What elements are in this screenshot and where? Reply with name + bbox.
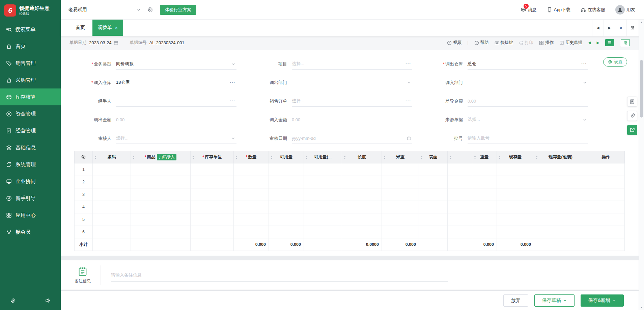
grid-cell[interactable] <box>342 188 382 201</box>
field-input-调出仓库[interactable]: 总仓··· <box>468 59 588 70</box>
sort-arrows[interactable] <box>192 156 194 159</box>
sort-arrows[interactable] <box>536 156 538 159</box>
operate-button[interactable]: 操作 <box>539 40 554 46</box>
settings-gear-icon[interactable] <box>147 7 153 12</box>
grid-cell[interactable] <box>534 163 587 176</box>
doc-date-value[interactable]: 2023-03-24 <box>89 40 112 45</box>
grid-cell[interactable] <box>448 176 472 188</box>
ellipsis-icon[interactable]: ··· <box>230 80 235 85</box>
sidebar-item-企业协同[interactable]: 企业协同 <box>0 173 61 190</box>
prev-doc-arrow[interactable]: ◀ <box>588 41 591 45</box>
field-input-批号[interactable]: 请输入批号 <box>468 133 588 144</box>
grid-cell[interactable] <box>342 213 382 226</box>
field-input-调入金额[interactable]: 0.00 <box>292 114 412 125</box>
grid-cell[interactable] <box>191 226 234 238</box>
remarks-input[interactable]: 请输入备注信息 <box>111 269 448 282</box>
field-input-调出金额[interactable]: 0.00 <box>116 114 236 125</box>
column-header-米重[interactable]: 米重 <box>382 151 419 163</box>
sort-arrows[interactable] <box>133 156 135 159</box>
grid-cell[interactable] <box>269 176 304 188</box>
sort-arrows[interactable] <box>235 156 237 159</box>
sort-arrows[interactable] <box>384 156 386 159</box>
grid-cell[interactable] <box>497 176 534 188</box>
grid-cell[interactable] <box>131 163 191 176</box>
column-header-数量[interactable]: *数量 <box>234 151 269 163</box>
grid-cell[interactable] <box>419 201 448 213</box>
grid-cell[interactable] <box>497 213 534 226</box>
grid-cell[interactable] <box>93 226 131 238</box>
grid-cell[interactable] <box>269 201 304 213</box>
ellipsis-icon[interactable]: ··· <box>405 61 411 67</box>
attachment-button[interactable] <box>627 111 637 121</box>
column-header-长度[interactable]: 长度 <box>342 151 382 163</box>
grid-cell[interactable] <box>131 201 191 213</box>
trial-plan-button[interactable]: 体验行业方案 <box>160 5 196 15</box>
sort-arrows[interactable] <box>306 156 308 159</box>
scroll-up-arrow[interactable]: ▲ <box>639 21 644 23</box>
sidebar-settings-icon[interactable] <box>10 298 16 303</box>
field-input-调出部门[interactable] <box>292 77 412 88</box>
help-button[interactable]: 帮助 <box>474 40 489 46</box>
grid-cell[interactable] <box>269 213 304 226</box>
scrollbar-thumb[interactable] <box>640 60 643 118</box>
sidebar-search[interactable]: 搜索菜单 <box>0 21 61 38</box>
grid-cell[interactable] <box>448 226 472 238</box>
grid-cell[interactable] <box>304 176 342 188</box>
tab-home[interactable]: 首页 <box>68 20 92 36</box>
list-view-toggle[interactable] <box>605 39 614 46</box>
column-header-可用量[interactable]: 可用量 <box>269 151 304 163</box>
grid-cell[interactable] <box>234 213 269 226</box>
grid-cell[interactable] <box>472 201 497 213</box>
grid-cell[interactable] <box>419 226 448 238</box>
column-header-blank[interactable] <box>448 151 472 163</box>
tabs-menu-button[interactable] <box>626 20 638 36</box>
column-header-条码[interactable]: 条码 <box>93 151 131 163</box>
save-draft-button[interactable]: 保存草稿 <box>534 294 575 307</box>
grid-cell[interactable] <box>269 163 304 176</box>
grid-cell[interactable] <box>191 201 234 213</box>
user-menu[interactable]: 用友 <box>615 5 635 15</box>
column-header-现存量(包装)[interactable]: 现存量(包装) <box>534 151 587 163</box>
grid-cell[interactable] <box>448 213 472 226</box>
sort-arrows[interactable] <box>499 156 501 159</box>
field-input-销售订单[interactable]: 选择...··· <box>292 96 412 107</box>
tabs-scroll-left-button[interactable]: ◀ <box>592 20 604 36</box>
grid-cell[interactable] <box>342 226 382 238</box>
field-input-审核人[interactable]: 选择... <box>116 133 236 144</box>
field-input-调入仓库[interactable]: 18仓库··· <box>116 77 236 88</box>
grid-cell[interactable] <box>419 163 448 176</box>
grid-cell[interactable] <box>304 188 342 201</box>
grid-cell[interactable] <box>472 163 497 176</box>
grid-cell[interactable] <box>382 226 419 238</box>
grid-cell[interactable] <box>191 176 234 188</box>
grid-cell[interactable] <box>382 188 419 201</box>
grid-cell[interactable] <box>534 176 587 188</box>
grid-cell[interactable] <box>497 163 534 176</box>
ellipsis-icon[interactable]: ··· <box>230 98 235 104</box>
speaker-icon[interactable] <box>45 298 51 303</box>
ellipsis-icon[interactable]: ··· <box>581 61 587 67</box>
account-select[interactable]: 老易试用 <box>68 7 141 13</box>
sort-arrows[interactable] <box>421 156 423 159</box>
grid-cell[interactable] <box>304 213 342 226</box>
sidebar-item-基础信息[interactable]: 基础信息 <box>0 139 61 156</box>
grid-cell[interactable] <box>342 163 382 176</box>
grid-cell[interactable] <box>131 213 191 226</box>
grid-cell[interactable] <box>382 213 419 226</box>
grid-cell[interactable] <box>93 188 131 201</box>
field-input-审核日期[interactable]: yyyy-mm-dd <box>292 133 412 144</box>
grid-cell[interactable] <box>234 201 269 213</box>
grid-cell[interactable] <box>497 201 534 213</box>
sort-arrows[interactable] <box>449 156 451 159</box>
sidebar-item-应用中心[interactable]: 应用中心 <box>0 207 61 224</box>
app-download-button[interactable]: App下载 <box>547 7 570 13</box>
grid-cell[interactable] <box>191 188 234 201</box>
sidebar-item-销售管理[interactable]: 销售管理 <box>0 55 61 72</box>
grid-cell[interactable] <box>497 188 534 201</box>
grid-cell[interactable] <box>448 188 472 201</box>
column-header-现存量[interactable]: 现存量 <box>497 151 534 163</box>
print-button[interactable]: 打印 <box>519 40 533 46</box>
grid-cell[interactable] <box>269 226 304 238</box>
ellipsis-icon[interactable]: ··· <box>405 98 411 104</box>
column-header-商品[interactable]: *商品扫码录入 <box>131 151 191 163</box>
